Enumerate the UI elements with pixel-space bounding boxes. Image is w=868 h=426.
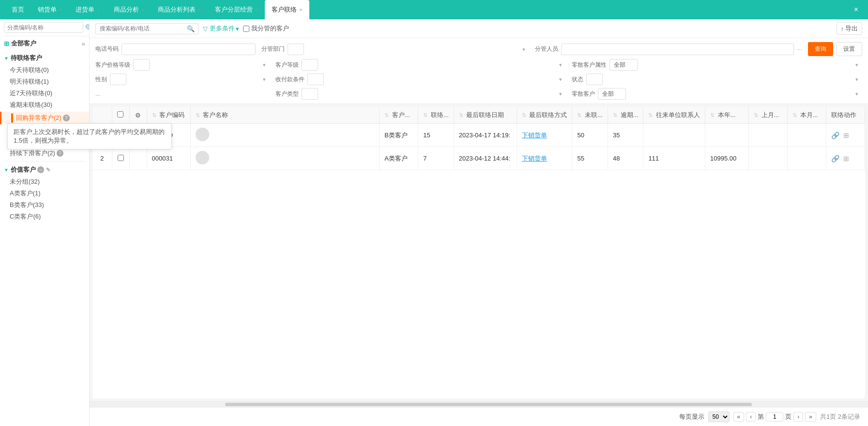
th-last-month[interactable]: 上月... xyxy=(749,107,788,124)
filter-cust-grade-label: 客户等级 xyxy=(275,61,299,69)
th-unlinked[interactable]: 未联... xyxy=(572,107,608,124)
page-label: 第 xyxy=(758,412,764,421)
info-icon-repurchase[interactable]: ? xyxy=(63,115,70,121)
row-2-grid-icon[interactable]: ⊞ xyxy=(843,155,849,162)
row-1-unitcontact xyxy=(643,124,705,147)
row-1-lastway[interactable]: 下销货单 xyxy=(517,124,572,147)
tab-sales-order[interactable]: 销货单 × xyxy=(31,0,69,19)
search-input[interactable] xyxy=(100,25,187,32)
last-page-button[interactable]: » xyxy=(805,412,816,422)
page-input[interactable] xyxy=(766,412,783,422)
sidebar-item-repurchase-abnormal[interactable]: 回购异常客户(2) ? xyxy=(0,112,89,124)
tab-product-analysis[interactable]: 商品分析 × xyxy=(107,0,151,19)
sidebar-item-class-c[interactable]: C类客户(6) xyxy=(0,211,89,222)
export-button[interactable]: ↑ 导出 xyxy=(837,22,863,35)
my-customers-checkbox[interactable]: 我分管的客户 xyxy=(243,24,289,33)
more-conditions-button[interactable]: ▽ 更多条件 ▾ xyxy=(203,24,239,33)
th-type[interactable]: 客户... xyxy=(380,107,418,124)
prev-page-button[interactable]: ‹ xyxy=(746,412,756,422)
scrollbar-thumb[interactable] xyxy=(225,403,752,406)
filter-person: 分管人员 ··· xyxy=(535,44,802,55)
sidebar-pending-title[interactable]: ▼ 待联络客户 xyxy=(0,52,89,64)
row-1-unlinked: 50 xyxy=(572,124,608,147)
th-this-month[interactable]: 本月... xyxy=(788,107,826,124)
tooltip-repurchase-abnormal: 距客户上次交易时长，超过了此客户的平均交易周期的1.5倍，则视为异常。 xyxy=(7,123,172,149)
row-2-contact: 7 xyxy=(418,147,454,170)
th-lastway[interactable]: 最后联络方式 xyxy=(517,107,572,124)
row-2-link-icon[interactable]: 🔗 xyxy=(831,155,839,162)
sidebar-search-icon[interactable]: 🔍 xyxy=(85,24,90,31)
close-tab-contact[interactable]: × xyxy=(299,7,302,13)
th-contact[interactable]: 联络... xyxy=(418,107,454,124)
close-tab-purchase[interactable]: × xyxy=(97,7,100,13)
settings-button[interactable]: 设置 xyxy=(836,42,862,56)
filter-status-select[interactable] xyxy=(586,73,603,85)
filter-phone-input[interactable] xyxy=(122,44,256,55)
filter-status-label: 状态 xyxy=(572,75,583,84)
page-suffix: 页 xyxy=(785,412,792,421)
row-2-checkbox[interactable] xyxy=(118,155,124,161)
filter-cust-grade-select[interactable] xyxy=(302,59,318,71)
filter-person-more-icon[interactable]: ··· xyxy=(797,45,802,53)
sidebar-item-class-b[interactable]: B类客户(33) xyxy=(0,199,89,211)
pagination-buttons: « ‹ 第 页 › » xyxy=(733,412,816,422)
select-all-checkbox[interactable] xyxy=(117,111,123,118)
close-all-tabs-button[interactable]: × xyxy=(849,5,863,14)
horizontal-scrollbar[interactable] xyxy=(90,401,868,407)
next-page-button[interactable]: › xyxy=(793,412,803,422)
filter-dept-select[interactable] xyxy=(288,44,304,55)
row-2-lastway[interactable]: 下销货单 xyxy=(517,147,572,170)
sidebar-value-customers-header[interactable]: ▼ 价值客户 ○ ✎ xyxy=(0,163,89,176)
row-1-thismonth xyxy=(788,124,826,147)
sidebar-search-input[interactable] xyxy=(4,22,83,33)
close-tab-sales-order[interactable]: × xyxy=(59,7,62,13)
row-2-code: 000031 xyxy=(147,147,190,170)
filter-payment-select[interactable] xyxy=(307,73,324,85)
sidebar-item-unclassified[interactable]: 未分组(32) xyxy=(0,176,89,188)
tab-purchase-order[interactable]: 进货单 × xyxy=(69,0,107,19)
filter-price-grade-select[interactable] xyxy=(133,59,150,71)
edit-icon-value[interactable]: ✎ xyxy=(46,167,50,173)
th-name[interactable]: 客户名称 xyxy=(190,107,380,124)
filter-gender-select[interactable] xyxy=(110,73,126,85)
close-tab-product-analysis[interactable]: × xyxy=(141,7,144,13)
tab-home[interactable]: 首页 xyxy=(5,0,31,19)
search-wrap: 🔍 xyxy=(95,23,199,34)
filter-retail-attr-select[interactable]: 全部 xyxy=(609,59,638,71)
search-icon[interactable]: 🔍 xyxy=(187,25,195,32)
row-1-thisyear xyxy=(705,124,749,147)
close-tab-product-list[interactable]: × xyxy=(198,7,201,13)
filter-gender: 性别 xyxy=(95,73,270,85)
tab-product-analysis-list[interactable]: 商品分析列表 × xyxy=(151,0,208,19)
sidebar-item-today-pending[interactable]: 今天待联络(0) xyxy=(0,64,89,76)
th-lastdate[interactable]: 最后联络日期 xyxy=(454,107,517,124)
query-button[interactable]: 查询 xyxy=(808,42,833,56)
filter-more-placeholder: ... xyxy=(95,90,270,97)
tab-customer-contact[interactable]: 客户联络 × xyxy=(265,0,309,19)
th-this-year[interactable]: 本年... xyxy=(705,107,749,124)
tab-customer-segmentation[interactable]: 客户分层经营 × xyxy=(208,0,265,19)
filter-retail-cust-select[interactable]: 全部 xyxy=(598,88,626,100)
first-page-button[interactable]: « xyxy=(733,412,745,422)
th-code[interactable]: 客户编码 xyxy=(147,107,190,124)
sidebar-item-tomorrow-pending[interactable]: 明天待联络(1) xyxy=(0,76,89,88)
sidebar: 🔍 ⊞ 全部客户 » ▼ 待联络客户 今天待联络(0) 明天待联络(1) 近7天… xyxy=(0,19,90,426)
per-page-select[interactable]: 50 xyxy=(708,411,730,422)
th-unit-contact[interactable]: 往来单位联系人 xyxy=(643,107,705,124)
export-icon: ↑ xyxy=(841,25,844,32)
sidebar-item-class-a[interactable]: A类客户(1) xyxy=(0,188,89,199)
filter-cust-type-select[interactable] xyxy=(302,88,318,100)
filter-more-link[interactable]: ... xyxy=(95,90,100,97)
th-settings[interactable]: ⚙ xyxy=(129,107,147,124)
my-customers-check[interactable] xyxy=(243,26,249,32)
close-tab-segmentation[interactable]: × xyxy=(255,7,258,13)
info-icon-value[interactable]: ○ xyxy=(37,166,44,173)
row-1-grid-icon[interactable]: ⊞ xyxy=(843,132,849,139)
sidebar-item-overdue-pending[interactable]: 逾期未联络(30) xyxy=(0,99,89,111)
sidebar-item-7days-pending[interactable]: 近7天待联络(0) xyxy=(0,88,89,99)
sidebar-all-customers[interactable]: ⊞ 全部客户 » xyxy=(0,36,89,51)
info-icon-declining[interactable]: ? xyxy=(57,150,63,157)
filter-person-input[interactable] xyxy=(561,44,794,55)
th-overdue[interactable]: 逾期... xyxy=(608,107,643,124)
row-1-link-icon[interactable]: 🔗 xyxy=(831,132,839,139)
